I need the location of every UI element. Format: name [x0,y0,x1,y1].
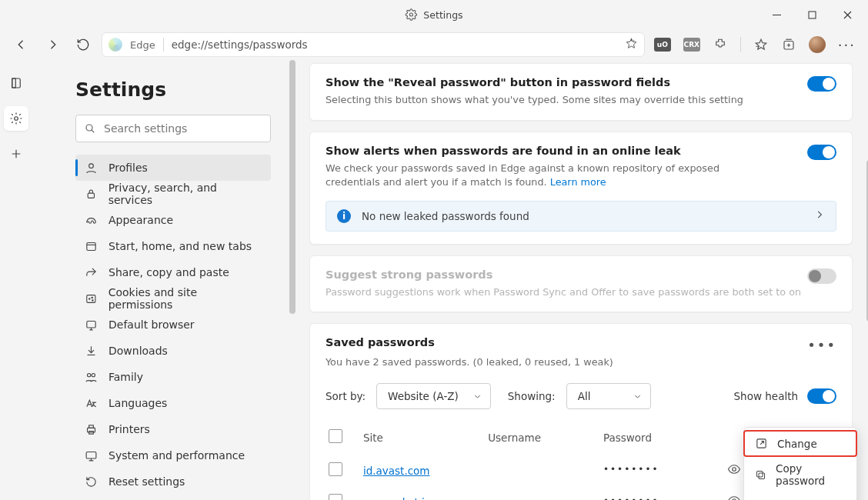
reveal-password-setting: Show the "Reveal password" button in pas… [309,63,853,121]
window-close-button[interactable] [830,2,865,27]
svg-point-12 [92,297,92,298]
showing-select[interactable]: All [566,383,651,409]
learn-more-link[interactable]: Learn more [550,176,606,188]
nav-label: Start, home, and new tabs [108,240,252,252]
reload-button[interactable] [71,32,95,57]
back-button[interactable] [9,32,34,57]
nav-privacy[interactable]: Privacy, search, and services [75,181,271,207]
favorites-button[interactable] [753,37,769,52]
address-brand: Edge [130,39,155,51]
nav-printers[interactable]: Printers [75,416,271,442]
nav-label: Reset settings [108,475,185,488]
select-all-checkbox[interactable] [329,429,342,443]
forward-button[interactable] [40,32,65,57]
search-settings[interactable] [75,115,271,142]
leak-status-banner[interactable]: i No new leaked passwords found [326,201,836,232]
svg-rect-14 [87,321,95,328]
chevron-down-icon [472,392,482,402]
svg-rect-9 [87,242,95,250]
chevron-down-icon [633,392,643,402]
address-bar[interactable]: Edge edge://settings/passwords [102,32,645,57]
svg-rect-17 [88,428,95,432]
username-cell [485,455,600,486]
sort-label: Sort by: [326,390,366,402]
password-masked: •••••••• [603,495,659,500]
nav-downloads[interactable]: Downloads [75,338,271,364]
suggest-passwords-toggle [807,268,836,284]
nav-label: Family [108,371,143,383]
setting-title: Show the "Reveal password" button in pas… [326,76,743,88]
copy-icon [755,468,766,482]
sort-select[interactable]: Website (A-Z) [376,383,491,409]
window-title-text: Settings [423,9,462,21]
showing-label: Showing: [508,390,556,402]
section-title: Saved passwords [326,336,435,348]
nav-label: Profiles [108,162,148,174]
app-menu-button[interactable]: ··· [838,37,856,53]
nav-label: Downloads [108,345,168,357]
svg-point-5 [15,117,18,121]
profile-avatar[interactable] [809,36,826,53]
nav-reset[interactable]: Reset settings [75,468,271,495]
settings-icon [405,8,417,21]
svg-point-6 [86,125,92,131]
nav-family[interactable]: Family [75,364,271,390]
window-maximize-button[interactable] [794,2,830,27]
context-edit[interactable]: Edit [744,493,856,500]
window-minimize-button[interactable] [759,2,794,27]
leak-alerts-toggle[interactable] [807,145,836,160]
nav-languages[interactable]: Languages [75,390,271,416]
ublock-extension-icon[interactable]: uO [654,38,671,52]
svg-rect-27 [757,471,763,477]
vertical-tabs-bar [0,60,32,500]
collections-button[interactable] [781,37,796,52]
row-checkbox[interactable] [329,462,342,476]
more-options-button[interactable]: ••• [807,337,836,353]
nav-phone[interactable]: Phone and other devices [75,495,271,500]
svg-rect-3 [12,78,21,88]
svg-rect-20 [86,452,96,458]
settings-heading: Settings [75,78,271,101]
reveal-password-button[interactable] [727,494,741,500]
username-cell [485,486,600,500]
favorite-button[interactable] [625,37,638,52]
context-label: Change [777,438,817,450]
col-password: Password [600,425,744,455]
search-settings-input[interactable] [104,122,262,135]
settings-tab-icon[interactable] [4,106,28,131]
chevron-right-icon [814,209,825,222]
nav-share[interactable]: Share, copy and paste [75,259,271,285]
svg-point-16 [92,373,95,376]
crx-extension-icon[interactable]: CRX [683,38,700,52]
suggest-passwords-setting: Suggest strong passwords Password sugges… [309,255,853,313]
extensions-button[interactable] [713,37,728,52]
new-tab-icon[interactable] [4,142,28,166]
window-title: Settings [405,8,462,21]
svg-rect-26 [759,472,765,478]
nav-cookies[interactable]: Cookies and site permissions [75,285,271,312]
nav-system[interactable]: System and performance [75,442,271,468]
col-site: Site [360,425,485,455]
context-change[interactable]: Change [744,431,856,456]
address-url: edge://settings/passwords [172,38,617,51]
show-health-toggle[interactable] [807,388,836,404]
row-checkbox[interactable] [329,494,342,500]
setting-desc: Password suggestions work when Password … [326,285,801,300]
open-external-icon [755,437,768,450]
svg-point-15 [88,373,91,376]
nav-label: Share, copy and paste [108,266,229,278]
password-context-menu: Change Copy password Edit [743,427,857,500]
nav-profiles[interactable]: Profiles [75,155,271,181]
site-link[interactable]: zenmarket.jp [363,496,431,500]
col-username: Username [485,425,600,455]
nav-default-browser[interactable]: Default browser [75,312,271,338]
setting-desc: Selecting this button shows what you've … [326,93,743,108]
nav-appearance[interactable]: Appearance [75,207,271,233]
context-copy-password[interactable]: Copy password [744,456,856,493]
site-link[interactable]: id.avast.com [363,465,430,477]
reveal-password-toggle[interactable] [807,76,836,92]
reveal-password-button[interactable] [727,462,741,478]
tab-list-icon[interactable] [4,71,28,95]
show-health-label: Show health [734,390,798,402]
nav-start[interactable]: Start, home, and new tabs [75,233,271,259]
